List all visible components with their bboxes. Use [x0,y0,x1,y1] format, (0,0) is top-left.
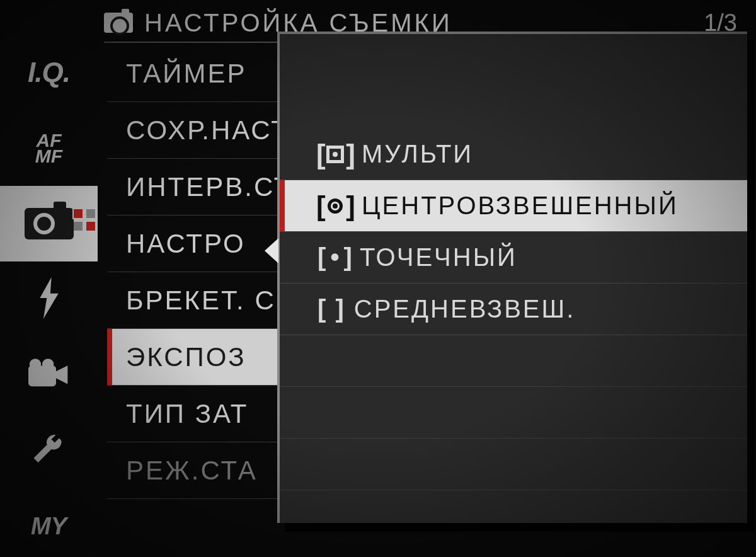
submenu-empty-row [280,387,747,439]
svg-point-2 [29,359,40,370]
metering-option-center-weighted[interactable]: [] ЦЕНТРОВЗВЕШЕННЫЙ [280,180,747,232]
camera-icon [104,13,133,33]
sidebar-tab-afmf[interactable]: AF MF [0,110,98,186]
camera-shooting-icon [25,208,74,239]
spot-metering-icon: [ • ] [318,243,351,272]
sidebar: I.Q. AF MF MY [0,35,98,557]
afmf-icon: AF MF [35,132,62,164]
iq-icon: I.Q. [28,57,70,88]
submenu-empty-row [280,335,747,387]
sidebar-tab-setup[interactable] [0,413,98,488]
sidebar-tab-iq[interactable]: I.Q. [0,35,98,110]
option-label: ЦЕНТРОВЗВЕШЕННЫЙ [362,192,679,220]
option-label: ТОЧЕЧНЫЙ [360,243,517,272]
center-weighted-icon: [] [318,193,353,219]
sidebar-tab-movie[interactable] [0,337,98,413]
sidebar-tab-my[interactable]: MY [0,488,98,557]
sidebar-tab-shooting[interactable] [0,186,98,261]
metering-option-multi[interactable]: [] МУЛЬТИ [280,129,747,180]
my-icon: MY [31,513,67,540]
metering-option-spot[interactable]: [ • ] ТОЧЕЧНЫЙ [280,232,747,284]
option-label: СРЕДНЕВЗВЕШ. [354,295,576,323]
average-metering-icon: [ ] [318,295,345,323]
metering-option-average[interactable]: [ ] СРЕДНЕВЗВЕШ. [280,284,747,335]
movie-icon [28,358,70,392]
metering-submenu: [] МУЛЬТИ [] ЦЕНТРОВЗВЕШЕННЫЙ [ • ] ТОЧЕ… [277,32,747,523]
option-label: МУЛЬТИ [362,140,473,168]
wrench-icon [32,432,67,469]
svg-marker-0 [40,277,58,319]
submenu-pointer-icon [265,238,278,263]
flash-icon [35,277,63,321]
svg-point-3 [42,359,54,370]
svg-marker-4 [56,365,67,384]
multi-metering-icon: [] [318,142,353,167]
submenu-empty-row [280,439,747,490]
sidebar-tab-flash[interactable] [0,261,98,337]
